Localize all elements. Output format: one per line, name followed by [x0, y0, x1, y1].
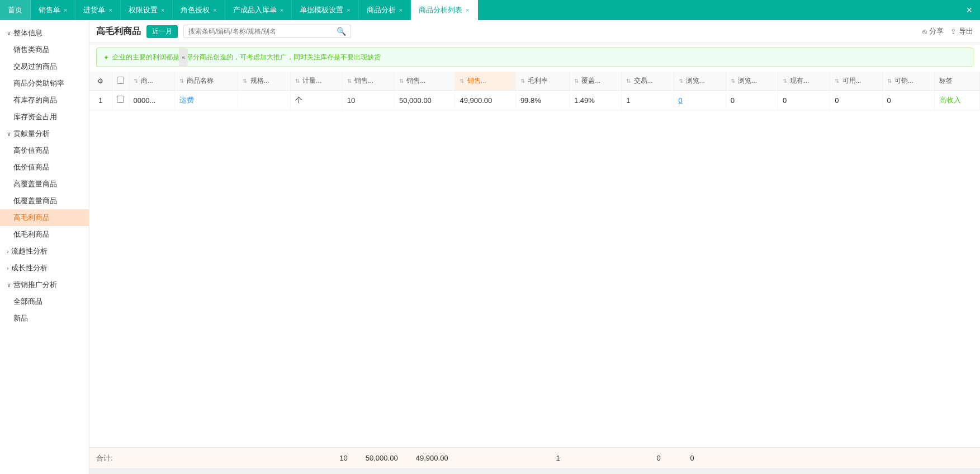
sort-view1-icon: ⇅ — [679, 78, 683, 84]
sidebar-item-new-goods[interactable]: 新品 — [0, 310, 89, 327]
sidebar-item-in-stock[interactable]: 有库存的商品 — [0, 92, 89, 109]
sidebar-item-low-margin[interactable]: 低毛利商品 — [0, 226, 89, 243]
row-sales-cost: 49,900.00 — [455, 91, 515, 110]
row-stock-avail: 0 — [830, 91, 882, 110]
close-template-tab[interactable]: × — [347, 7, 350, 13]
col-gross-margin[interactable]: ⇅ 毛利率 — [515, 72, 569, 91]
period-button[interactable]: 近一月 — [146, 25, 178, 38]
sidebar-group-trend[interactable]: › 流趋性分析 — [0, 243, 89, 260]
close-analysis-tab[interactable]: × — [399, 7, 403, 13]
sort-sales-qty-icon: ⇅ — [347, 78, 352, 84]
nav-home[interactable]: 首页 — [0, 0, 31, 20]
sidebar-item-stock-capital[interactable]: 库存资金占用 — [0, 109, 89, 125]
row-code: 0000... — [129, 91, 174, 110]
col-spec[interactable]: ⇅ 规格... — [238, 72, 290, 91]
footer-stock-current: 0 — [632, 454, 665, 462]
main-layout: ∨ 整体信息 销售类商品 交易过的商品 商品分类助销率 有库存的商品 库存资金占… — [0, 20, 980, 474]
col-unit[interactable]: ⇅ 计量... — [290, 72, 342, 91]
data-table: ⚙ ⇅ 商... ⇅ 商品名称 — [89, 72, 980, 110]
footer-stock-avail: 0 — [665, 454, 699, 462]
sidebar-item-low-coverage[interactable]: 低覆盖量商品 — [0, 193, 89, 209]
sidebar-group-growth[interactable]: › 成长性分析 — [0, 260, 89, 276]
nav-product-in[interactable]: 产成品入库单 × — [225, 0, 292, 20]
export-button[interactable]: ⇪ 导出 — [950, 26, 973, 36]
row-checkbox[interactable] — [112, 91, 129, 110]
nav-analysis[interactable]: 商品分析 × — [359, 0, 411, 20]
col-stock-avail[interactable]: ⇅ 可用... — [830, 72, 882, 91]
content-header: 高毛利商品 近一月 🔍 ⎋ 分享 ⇪ 导出 — [89, 20, 980, 43]
info-banner: ✦ 企业的主要的利润都是这部分商品创造的，可考虑加大推广，同时关注库存是不要出现… — [96, 48, 973, 67]
sidebar-group-contribution[interactable]: ∨ 贡献量分析 — [0, 125, 89, 142]
col-view2[interactable]: ⇅ 浏览... — [726, 72, 778, 91]
col-settings[interactable]: ⚙ — [89, 72, 112, 91]
close-product-in-tab[interactable]: × — [280, 7, 283, 13]
sidebar-group-marketing[interactable]: ∨ 营销推广分析 — [0, 276, 89, 293]
arrow-overall: ∨ — [7, 30, 11, 37]
search-input[interactable] — [188, 27, 337, 35]
row-tag: 高收入 — [934, 91, 979, 110]
close-sales-tab[interactable]: × — [64, 7, 67, 13]
sort-transaction-icon: ⇅ — [626, 78, 631, 84]
sidebar-item-low-value[interactable]: 低价值商品 — [0, 159, 89, 176]
footer-summary: 合计: 10 50,000.00 49,900.00 1 0 0 — [89, 447, 980, 468]
nav-analysis-list[interactable]: 商品分析列表 × — [411, 0, 477, 20]
nav-role[interactable]: 角色授权 × — [173, 0, 225, 20]
row-name[interactable]: 运费 — [174, 91, 238, 110]
table-row: 1 0000... 运费 个 10 50,000.00 49,900.00 99… — [89, 91, 980, 110]
search-icon[interactable]: 🔍 — [337, 27, 346, 36]
footer-cells: 10 50,000.00 49,900.00 1 0 0 — [117, 454, 973, 462]
sort-code-icon: ⇅ — [134, 78, 138, 84]
close-purchase-tab[interactable]: × — [108, 7, 112, 13]
sidebar-group-overall[interactable]: ∨ 整体信息 — [0, 25, 89, 41]
row-gross-margin: 99.8% — [515, 91, 569, 110]
close-permission-tab[interactable]: × — [161, 7, 164, 13]
sort-unit-icon: ⇅ — [295, 78, 300, 84]
col-coverage[interactable]: ⇅ 覆盖... — [570, 72, 622, 91]
col-code[interactable]: ⇅ 商... — [129, 72, 174, 91]
select-all-checkbox[interactable] — [117, 77, 124, 84]
export-icon: ⇪ — [950, 27, 957, 36]
nav-template[interactable]: 单据模板设置 × — [292, 0, 358, 20]
col-transaction[interactable]: ⇅ 交易... — [622, 72, 674, 91]
sidebar-collapse-button[interactable]: « — [179, 48, 188, 66]
close-role-tab[interactable]: × — [213, 7, 216, 13]
sidebar-item-all-goods[interactable]: 全部商品 — [0, 293, 89, 310]
col-stock-current[interactable]: ⇅ 现有... — [778, 72, 830, 91]
top-nav: 首页 销售单 × 进货单 × 权限设置 × 角色授权 × 产成品入库单 × 单据… — [0, 0, 980, 20]
row-view2: 0 — [726, 91, 778, 110]
arrow-growth: › — [7, 265, 9, 271]
info-icon: ✦ — [103, 54, 109, 62]
sidebar-item-sales-goods[interactable]: 销售类商品 — [0, 41, 89, 58]
col-sales-amt[interactable]: ⇅ 销售... — [395, 72, 455, 91]
col-sales-qty[interactable]: ⇅ 销售... — [342, 72, 394, 91]
nav-purchase[interactable]: 进货单 × — [75, 0, 120, 20]
sidebar: ∨ 整体信息 销售类商品 交易过的商品 商品分类助销率 有库存的商品 库存资金占… — [0, 20, 89, 474]
sidebar-item-high-coverage[interactable]: 高覆盖量商品 — [0, 176, 89, 193]
sidebar-item-category-rate[interactable]: 商品分类助销率 — [0, 75, 89, 92]
col-name[interactable]: ⇅ 商品名称 — [174, 72, 238, 91]
close-analysis-list-tab[interactable]: × — [466, 7, 469, 13]
sidebar-item-high-margin[interactable]: 高毛利商品 — [0, 209, 89, 226]
close-all-button[interactable]: × — [958, 4, 980, 16]
row-stock-current: 0 — [778, 91, 830, 110]
share-button[interactable]: ⎋ 分享 — [922, 26, 944, 36]
horizontal-scrollbar[interactable] — [89, 468, 980, 474]
sidebar-item-high-value[interactable]: 高价值商品 — [0, 142, 89, 159]
header-actions: ⎋ 分享 ⇪ 导出 — [922, 26, 973, 36]
col-sales-cost[interactable]: ⇅ 销售... — [455, 72, 515, 91]
sort-stock-current-icon: ⇅ — [783, 78, 787, 84]
footer-sales-amt: 50,000.00 — [352, 454, 403, 462]
sort-gross-margin-icon: ⇅ — [520, 78, 525, 84]
nav-permission[interactable]: 权限设置 × — [121, 0, 173, 20]
footer-transaction: 1 — [531, 454, 565, 462]
nav-sales[interactable]: 销售单 × — [31, 0, 75, 20]
table-container: ⚙ ⇅ 商... ⇅ 商品名称 — [89, 72, 980, 447]
col-view1[interactable]: ⇅ 浏览... — [674, 72, 726, 91]
col-stock-sell[interactable]: ⇅ 可销... — [882, 72, 934, 91]
footer-sales-qty: 10 — [319, 454, 352, 462]
settings-icon[interactable]: ⚙ — [97, 77, 103, 85]
row-view1[interactable]: 0 — [674, 91, 726, 110]
sort-view2-icon: ⇅ — [731, 78, 735, 84]
sidebar-item-traded-goods[interactable]: 交易过的商品 — [0, 58, 89, 75]
search-box: 🔍 — [183, 25, 351, 38]
